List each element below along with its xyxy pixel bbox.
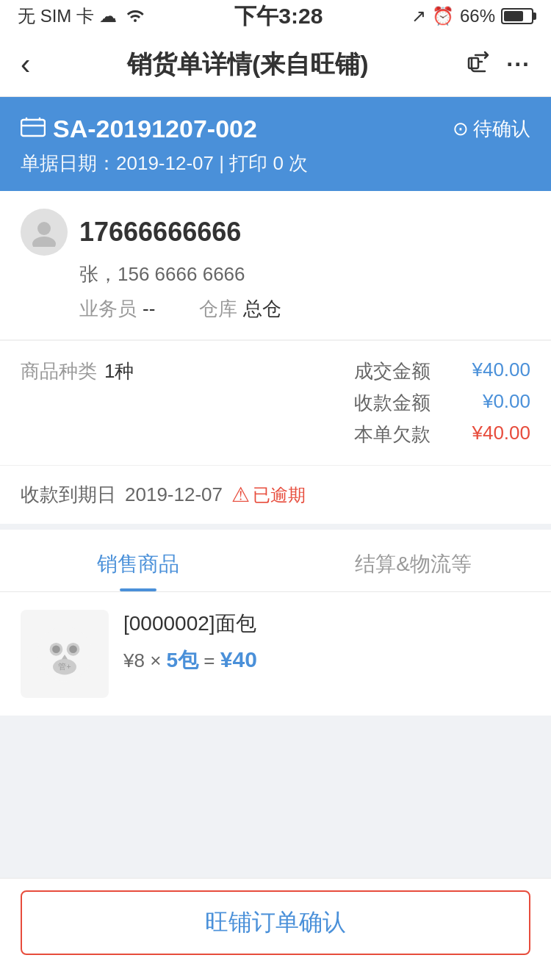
- svg-point-7: [52, 645, 60, 653]
- due-date: 2019-12-07: [125, 483, 223, 506]
- svg-rect-0: [469, 58, 478, 68]
- clock-icon: ⊙: [453, 118, 469, 140]
- status-left: 无 SIM 卡 ☁: [18, 4, 146, 28]
- product-price: ¥8 × 5包 = ¥40: [123, 646, 530, 674]
- nav-actions: ···: [465, 48, 530, 80]
- amount-label: 成交金额: [354, 359, 431, 384]
- type-value: 1种: [104, 359, 134, 384]
- order-status: ⊙ 待确认: [453, 116, 530, 142]
- customer-phone: 17666666666: [79, 217, 241, 248]
- svg-point-8: [69, 645, 77, 653]
- order-icon: [21, 115, 46, 143]
- status-time: 下午3:28: [234, 1, 323, 32]
- pay-label: 收款金额: [354, 390, 431, 416]
- pay-value: ¥0.00: [483, 390, 530, 416]
- product-name: [0000002]面包: [123, 610, 530, 638]
- sim-status: 无 SIM 卡 ☁: [18, 4, 117, 28]
- product-info: [0000002]面包 ¥8 × 5包 = ¥40: [123, 610, 530, 674]
- quantity: 5包: [167, 649, 199, 671]
- battery-percent: 66%: [460, 6, 495, 26]
- total-price: ¥40: [220, 647, 257, 671]
- order-date: 单据日期：2019-12-07 | 打印 0 次: [21, 151, 530, 176]
- bottom-area: 旺铺订单确认: [0, 878, 551, 980]
- amount-value: ¥40.00: [472, 359, 530, 384]
- order-header: SA-20191207-002 ⊙ 待确认 单据日期：2019-12-07 | …: [0, 97, 551, 191]
- overdue-icon: ⚠: [231, 483, 250, 507]
- type-label: 商品种类: [21, 359, 97, 384]
- share-icon[interactable]: [465, 48, 491, 80]
- confirm-order-button[interactable]: 旺铺订单确认: [21, 890, 530, 955]
- overdue-text: 已逾期: [253, 483, 306, 507]
- debt-value: ¥40.00: [472, 422, 530, 447]
- equals: =: [198, 649, 220, 671]
- tab-settlement[interactable]: 结算&物流等: [276, 530, 551, 591]
- order-id: SA-20191207-002: [21, 115, 257, 143]
- product-section: 管+ [0000002]面包 ¥8 × 5包 = ¥40: [0, 592, 551, 716]
- status-bar: 无 SIM 卡 ☁ 下午3:28 ↗ ⏰ 66%: [0, 0, 551, 32]
- svg-point-3: [32, 237, 56, 247]
- status-right: ↗ ⏰ 66%: [411, 6, 533, 26]
- avatar: [21, 209, 68, 256]
- debt-label: 本单欠款: [354, 422, 431, 447]
- due-label: 收款到期日: [21, 482, 116, 508]
- svg-text:管+: 管+: [58, 662, 71, 671]
- page-title: 销货单详情(来自旺铺): [30, 48, 465, 82]
- more-icon[interactable]: ···: [506, 51, 530, 78]
- tabs-section: 销售商品 结算&物流等: [0, 530, 551, 592]
- product-thumbnail: 管+: [21, 610, 109, 698]
- location-icon: ↗: [411, 6, 426, 26]
- wifi-icon: [124, 6, 146, 26]
- due-date-section: 收款到期日 2019-12-07 ⚠ 已逾期: [0, 466, 551, 530]
- svg-rect-1: [21, 120, 45, 136]
- customer-meta: 业务员 -- 仓库 总仓: [79, 296, 530, 322]
- sales-value: --: [143, 298, 155, 320]
- summary-section: 商品种类 1种 成交金额 ¥40.00 收款金额 ¥0.00 本单欠款 ¥40.…: [0, 341, 551, 466]
- warehouse-value: 总仓: [243, 296, 281, 322]
- customer-section: 17666666666 张，156 6666 6666 业务员 -- 仓库 总仓: [0, 191, 551, 340]
- tab-sales-products[interactable]: 销售商品: [0, 530, 276, 591]
- warehouse-label: 仓库: [199, 296, 237, 322]
- overdue-badge: ⚠ 已逾期: [231, 483, 306, 507]
- price-formula: ¥8 ×: [123, 649, 167, 671]
- alarm-icon: ⏰: [432, 6, 454, 26]
- nav-bar: ‹ 销货单详情(来自旺铺) ···: [0, 32, 551, 97]
- sales-label: 业务员: [79, 296, 137, 322]
- svg-point-2: [37, 222, 51, 235]
- customer-name: 张，156 6666 6666: [79, 262, 530, 287]
- battery-icon: [501, 8, 533, 24]
- back-button[interactable]: ‹: [21, 48, 30, 81]
